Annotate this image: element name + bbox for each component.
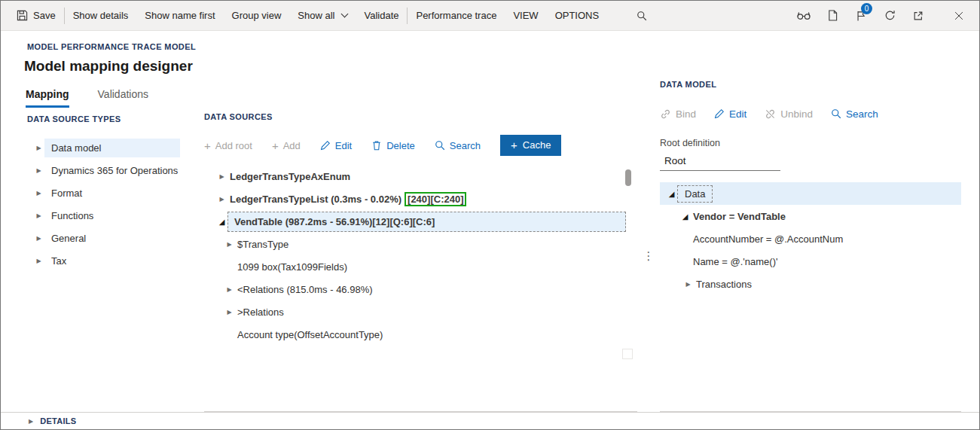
data-model-toolbar: Bind Edit Unbind Search <box>660 105 961 123</box>
chevron-right-icon[interactable]: ▶ <box>29 418 33 425</box>
close-button[interactable] <box>946 3 972 29</box>
search-model-button[interactable]: Search <box>831 108 878 120</box>
add-root-button[interactable]: + Add root <box>204 140 252 151</box>
tree-item-account-type[interactable]: ▶ Account type(OffsetAccountType) <box>204 323 637 346</box>
add-button[interactable]: + Add <box>272 140 301 151</box>
tree-item-label: Account type(OffsetAccountType) <box>235 326 385 343</box>
show-name-first-button[interactable]: Show name first <box>136 1 223 31</box>
edit-button[interactable]: Edit <box>320 140 352 151</box>
save-icon <box>17 10 28 21</box>
app-window: Save Show details Show name first Group … <box>0 0 980 430</box>
tree-item-label: Functions <box>44 206 180 225</box>
chevron-right-icon[interactable]: ▶ <box>33 235 44 242</box>
save-label: Save <box>33 10 56 21</box>
plus-icon: + <box>204 140 211 151</box>
tree-item-data-model[interactable]: ▶ Data model <box>27 136 189 159</box>
chevron-down-icon <box>341 11 349 18</box>
tree-item-label: >Relations <box>235 303 286 321</box>
open-in-new-window-button[interactable] <box>905 3 931 29</box>
trash-icon <box>371 140 382 151</box>
tree-item-vendtable[interactable]: ◢ VendTable (987.2ms - 56.91%)[12][Q:6][… <box>204 210 637 233</box>
document-icon <box>828 10 838 21</box>
view-settings-button[interactable] <box>791 3 817 29</box>
cache-button[interactable]: + Cache <box>500 135 561 156</box>
search-button[interactable] <box>628 1 655 31</box>
task-recorder-button[interactable] <box>820 3 845 29</box>
tree-item-relations-in[interactable]: ▶ <Relations (815.0ms - 46.98%) <box>204 278 637 300</box>
options-menu[interactable]: OPTIONS <box>547 1 608 31</box>
tree-item-data[interactable]: ◢ Data <box>660 182 961 205</box>
chevron-expanded-icon[interactable]: ◢ <box>679 212 691 221</box>
chevron-right-icon[interactable]: ▶ <box>682 281 694 288</box>
tree-item-transtype[interactable]: ▶ $TransType <box>204 233 637 255</box>
show-name-first-label: Show name first <box>145 10 215 21</box>
search-label: Search <box>450 140 481 151</box>
validate-button[interactable]: Validate <box>356 1 407 31</box>
tree-item-ledgertranstypeaxenum[interactable]: ▶ LedgerTransTypeAxEnum <box>204 165 637 188</box>
data-source-types-panel: DATA SOURCE TYPES ▶ Data model ▶ Dynamic… <box>27 112 189 272</box>
chevron-expanded-icon[interactable]: ◢ <box>666 190 677 198</box>
tree-item-relations-out[interactable]: ▶ >Relations <box>204 300 637 323</box>
tree-item-general[interactable]: ▶ General <box>27 227 189 249</box>
chevron-right-icon[interactable]: ▶ <box>33 258 44 264</box>
tree-item-label: Name = @.'name()' <box>691 253 780 270</box>
refresh-button[interactable] <box>877 3 902 29</box>
performance-trace-label: Performance trace <box>416 10 496 21</box>
notifications-button[interactable]: 0 <box>848 3 874 29</box>
add-root-label: Add root <box>215 140 252 151</box>
chevron-right-icon[interactable]: ▶ <box>224 241 235 248</box>
data-model-heading: DATA MODEL <box>660 80 961 89</box>
data-sources-heading: DATA SOURCES <box>204 112 637 132</box>
options-label: OPTIONS <box>555 10 600 21</box>
chevron-right-icon[interactable]: ▶ <box>216 173 227 180</box>
data-sources-tree: ▶ LedgerTransTypeAxEnum ▶ LedgerTransTyp… <box>204 165 637 346</box>
show-details-button[interactable]: Show details <box>65 1 137 31</box>
open-in-new-window-icon <box>913 11 924 21</box>
green-highlight-annotation: [240][C:240] <box>405 192 466 206</box>
tree-item-1099-box[interactable]: ▶ 1099 box(Tax1099Fields) <box>204 255 637 278</box>
pencil-icon <box>320 140 331 151</box>
delete-button[interactable]: Delete <box>371 140 415 151</box>
chevron-right-icon[interactable]: ▶ <box>33 145 44 151</box>
show-all-dropdown[interactable]: Show all <box>289 1 356 31</box>
tree-item-transactions[interactable]: ▶ Transactions <box>660 273 961 295</box>
search-icon <box>831 108 841 119</box>
tab-mapping[interactable]: Mapping <box>26 88 69 108</box>
scrollbar-thumb[interactable] <box>625 169 631 186</box>
chevron-right-icon[interactable]: ▶ <box>216 196 227 203</box>
data-model-tree: ◢ Data ◢ Vendor = VendTable ▶ AccountNum… <box>660 182 961 295</box>
chevron-right-icon[interactable]: ▶ <box>33 212 44 219</box>
tree-item-name[interactable]: ▶ Name = @.'name()' <box>660 250 961 273</box>
edit-model-button[interactable]: Edit <box>714 108 746 120</box>
tree-item-dynamics-365[interactable]: ▶ Dynamics 365 for Operations <box>27 159 189 181</box>
panel-splitter-handle[interactable]: ⋮ <box>643 243 654 269</box>
tree-item-ledgertranstypelist[interactable]: ▶ LedgerTransTypeList (0.3ms - 0.02%) [2… <box>204 188 637 210</box>
page-title: Model mapping designer <box>24 58 193 75</box>
chevron-right-icon[interactable]: ▶ <box>224 309 235 316</box>
bind-button[interactable]: Bind <box>660 108 696 120</box>
chevron-expanded-icon[interactable]: ◢ <box>216 218 227 226</box>
resize-grip[interactable] <box>622 349 633 359</box>
tree-item-tax[interactable]: ▶ Tax <box>27 249 189 272</box>
view-menu[interactable]: VIEW <box>505 1 546 31</box>
unbind-button[interactable]: Unbind <box>765 108 813 120</box>
root-definition-input[interactable] <box>660 151 780 171</box>
pencil-icon <box>714 108 725 119</box>
show-all-label: Show all <box>298 10 334 21</box>
performance-trace-button[interactable]: Performance trace <box>408 1 505 31</box>
search-sources-button[interactable]: Search <box>435 140 481 151</box>
tree-item-vendor[interactable]: ◢ Vendor = VendTable <box>660 205 961 227</box>
chevron-right-icon[interactable]: ▶ <box>224 286 235 293</box>
tree-item-functions[interactable]: ▶ Functions <box>27 204 189 227</box>
group-view-button[interactable]: Group view <box>224 1 290 31</box>
save-button[interactable]: Save <box>8 1 64 31</box>
tab-validations[interactable]: Validations <box>98 88 148 108</box>
details-section[interactable]: ▶ DETAILS <box>1 412 979 429</box>
chevron-right-icon[interactable]: ▶ <box>33 167 44 174</box>
tree-item-accountnumber[interactable]: ▶ AccountNumber = @.AccountNum <box>660 227 961 250</box>
command-bar: Save Show details Show name first Group … <box>1 1 979 31</box>
tree-item-label: <Relations (815.0ms - 46.98%) <box>235 281 375 298</box>
chevron-right-icon[interactable]: ▶ <box>33 190 44 197</box>
tree-item-format[interactable]: ▶ Format <box>27 181 189 204</box>
add-label: Add <box>283 140 301 151</box>
